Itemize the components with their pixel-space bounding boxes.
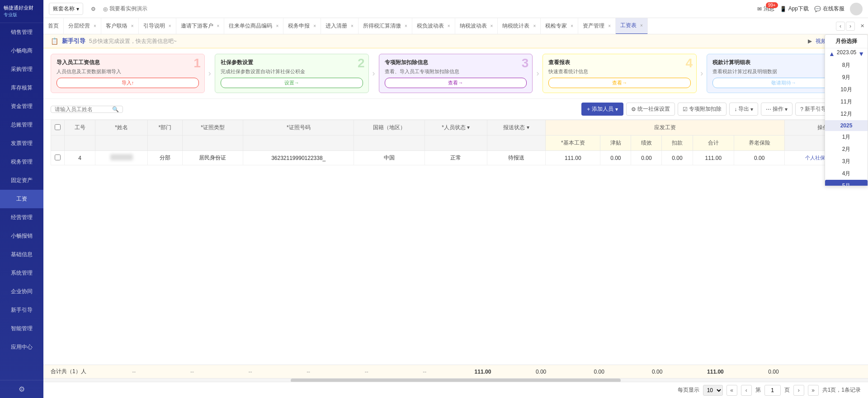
next-page-btn[interactable]: ›: [793, 385, 804, 396]
sidebar-item-inventory[interactable]: 库存核算: [0, 79, 43, 97]
nav-tab-税务申报[interactable]: 税务申报×: [283, 18, 321, 34]
tab-close-btn[interactable]: ×: [491, 23, 493, 28]
sidebar-item-collab[interactable]: 企业协同: [0, 282, 43, 301]
tab-close-btn[interactable]: ×: [217, 23, 220, 28]
tab-close-btn[interactable]: ×: [608, 23, 611, 28]
step-btn-3[interactable]: 查看→: [385, 78, 527, 88]
sidebar-item-assets[interactable]: 固定资产: [0, 171, 43, 190]
month-panel: 月份选择 ▲ 2023.05 ▼ 8月9月10月11月12月20251月2月3月…: [825, 34, 868, 186]
step-btn-4[interactable]: 查看→: [548, 78, 691, 88]
nav-tab-所得税汇算清缴[interactable]: 所得税汇算清缴×: [359, 18, 412, 34]
tab-close-btn[interactable]: ×: [640, 23, 643, 28]
settings-icon[interactable]: ⚙: [19, 385, 25, 393]
sidebar-item-sales[interactable]: 销售管理: [0, 23, 43, 42]
sidebar-item-system[interactable]: 系统管理: [0, 264, 43, 282]
tab-close-btn[interactable]: ×: [351, 23, 354, 28]
sidebar-item-ai[interactable]: 智能管理: [0, 319, 43, 338]
search-wrap[interactable]: 🔍: [51, 106, 123, 113]
topbar-service-btn[interactable]: 💬 在线客服: [814, 5, 844, 13]
page-input[interactable]: [764, 385, 781, 396]
tab-close-btn[interactable]: ×: [571, 23, 573, 28]
topbar-avatar[interactable]: [850, 3, 863, 15]
sidebar-item-guide[interactable]: 新手引导: [0, 301, 43, 319]
prev-page-btn[interactable]: ‹: [741, 385, 752, 396]
special-deduction-btn[interactable]: ☑ 专项附加扣除: [678, 103, 726, 116]
topbar-settings-btn[interactable]: ⚙: [87, 3, 99, 15]
tab-close-btn[interactable]: ×: [94, 23, 96, 28]
nav-tab-邀请下游客户[interactable]: 邀请下游客户×: [176, 18, 225, 34]
month-item-10[interactable]: 10月: [825, 84, 868, 96]
topbar-account[interactable]: 账套名称 ▾: [49, 3, 83, 15]
nav-tab-客户联络[interactable]: 客户联络×: [101, 18, 139, 34]
sidebar-item-tax[interactable]: 税务管理: [0, 153, 43, 171]
month-nav-down[interactable]: ▼: [856, 49, 866, 58]
month-item-1[interactable]: 1月: [825, 131, 868, 143]
sidebar-item-invoice[interactable]: 发票管理: [0, 134, 43, 153]
sidebar-item-ecommerce[interactable]: 小畅电商: [0, 42, 43, 60]
tab-close-btn[interactable]: ×: [131, 23, 134, 28]
tab-close-btn[interactable]: ×: [169, 23, 171, 28]
nav-tab-纳税波动表[interactable]: 纳税波动表×: [455, 18, 498, 34]
sidebar-item-basic[interactable]: 基础信息: [0, 245, 43, 264]
sidebar-item-ledger[interactable]: 总账管理: [0, 116, 43, 134]
last-page-btn[interactable]: »: [808, 385, 819, 396]
topbar-app-btn[interactable]: 📱 App下载: [780, 5, 809, 13]
month-item-3[interactable]: 3月: [825, 155, 868, 168]
sidebar-item-salary[interactable]: 工资: [0, 190, 43, 208]
nav-tab-税检专家[interactable]: 税检专家×: [541, 18, 578, 34]
topbar-demo-link[interactable]: ◎ 我要看实例演示: [103, 5, 147, 13]
sidebar-bottom[interactable]: ⚙: [0, 380, 43, 398]
msg-icon: ✉: [757, 6, 762, 12]
row-checkbox[interactable]: [55, 155, 61, 160]
select-all-checkbox[interactable]: [55, 124, 61, 130]
month-item-4[interactable]: 4月: [825, 168, 868, 180]
export-btn[interactable]: ↓ 导出 ▾: [729, 103, 758, 116]
tab-close-btn[interactable]: ×: [276, 23, 278, 28]
topbar-msg-btn[interactable]: ✉ 消息 99+: [757, 5, 774, 13]
op-social-insurance[interactable]: 个人社保: [805, 155, 825, 161]
step-btn-1[interactable]: 导入↑: [57, 78, 199, 88]
sidebar-item-funds[interactable]: 资金管理: [0, 97, 43, 116]
sidebar-item-purchase[interactable]: 采购管理: [0, 60, 43, 79]
social-security-btn[interactable]: ⚙ 统一社保设置: [626, 103, 675, 116]
step-btn-2[interactable]: 设置→: [221, 78, 363, 88]
month-item-9[interactable]: 9月: [825, 71, 868, 84]
search-input[interactable]: [55, 106, 110, 112]
tab-close-btn[interactable]: ×: [313, 23, 316, 28]
nav-tab-分层经营[interactable]: 分层经营×: [64, 18, 101, 34]
month-item-8[interactable]: 8月: [825, 59, 868, 71]
nav-tab-工资表[interactable]: 工资表×: [616, 18, 648, 34]
month-item-2[interactable]: 2月: [825, 143, 868, 155]
month-item-5[interactable]: 5月: [825, 180, 868, 186]
close-all-tabs-btn[interactable]: ✕: [857, 23, 868, 29]
nav-tab-纳税统计表[interactable]: 纳税统计表×: [498, 18, 541, 34]
footer-placeholder6: --: [396, 369, 454, 375]
page-size-select[interactable]: 10 20 50: [703, 385, 723, 396]
row-check[interactable]: [51, 151, 65, 165]
action-btn[interactable]: ⋯ 操作 ▾: [761, 103, 793, 116]
nav-tab-首页[interactable]: 首页: [43, 18, 64, 34]
sidebar-item-management[interactable]: 经营管理: [0, 208, 43, 227]
nav-next-btn[interactable]: ›: [846, 22, 855, 31]
sidebar-item-app_center[interactable]: 应用中心: [0, 338, 43, 356]
horizontal-scrollbar[interactable]: [43, 378, 868, 382]
tab-close-btn[interactable]: ×: [448, 23, 450, 28]
tab-close-btn[interactable]: ×: [533, 23, 536, 28]
nav-prev-btn[interactable]: ‹: [836, 22, 845, 31]
tab-close-btn[interactable]: ×: [405, 23, 407, 28]
nav-tab-引导说明[interactable]: 引导说明×: [139, 18, 176, 34]
nav-tab-税负波动表[interactable]: 税负波动表×: [412, 18, 455, 34]
table-header-check[interactable]: [51, 120, 65, 136]
nav-tab-往来单位商品编码[interactable]: 往来单位商品编码×: [224, 18, 283, 34]
nav-tab-资产管理[interactable]: 资产管理×: [578, 18, 616, 34]
nav-tab-进入清册[interactable]: 进入清册×: [321, 18, 359, 34]
first-page-btn[interactable]: «: [726, 385, 737, 396]
sidebar-item-expense[interactable]: 小畅报销: [0, 227, 43, 245]
add-person-btn[interactable]: + 添加人员 ▾: [581, 103, 623, 116]
month-nav-up[interactable]: ▲: [827, 49, 837, 58]
month-item-12[interactable]: 12月: [825, 108, 868, 120]
month-item-11[interactable]: 11月: [825, 96, 868, 108]
cell-basic: 111.00: [546, 151, 600, 165]
search-icon[interactable]: 🔍: [112, 106, 119, 112]
month-item-year2025[interactable]: 2025: [825, 120, 868, 131]
